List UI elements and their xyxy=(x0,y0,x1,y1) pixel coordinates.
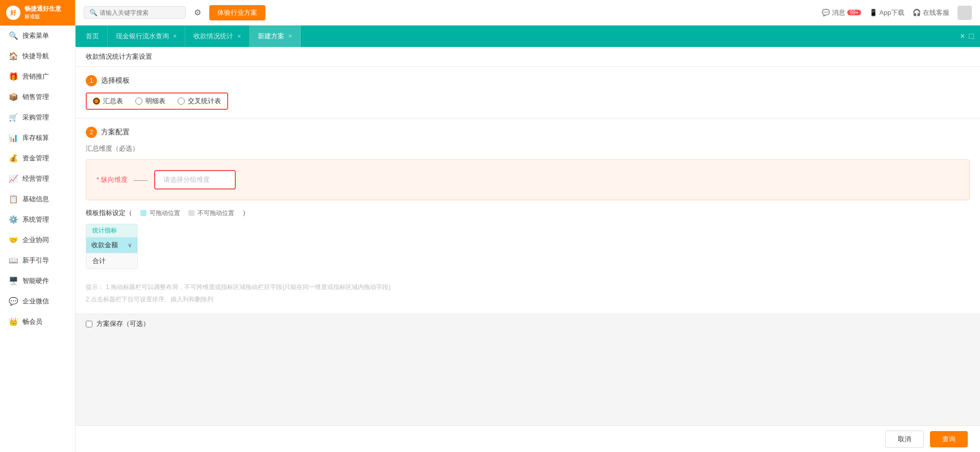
step2-header: 2 方案配置 xyxy=(86,127,970,138)
notification-item[interactable]: 💬 消息 99+ xyxy=(822,8,861,17)
tip-line-1: 提示： 1.拖动标题栏可以调整布局，不可跨维度或指标区域拖动栏目字段(只能在同一… xyxy=(86,281,970,293)
query-button[interactable]: 查询 xyxy=(930,431,968,447)
tips-section: 提示： 1.拖动标题栏可以调整布局，不可跨维度或指标区域拖动栏目字段(只能在同一… xyxy=(86,281,970,305)
member-icon: 👑 xyxy=(8,317,18,327)
draggable-color-swatch xyxy=(140,210,146,216)
step2-number: 2 xyxy=(86,127,97,138)
radio-cross-input[interactable] xyxy=(178,98,185,105)
radio-summary-input[interactable] xyxy=(93,98,100,105)
sidebar-label-enterprise: 企业协同 xyxy=(22,235,49,245)
sidebar-item-basic-info[interactable]: 📋 基础信息 xyxy=(0,189,75,209)
fixed-label: 不可拖动位置 xyxy=(198,209,234,218)
save-label: 方案保存（可选） xyxy=(96,319,150,328)
sidebar-label-sales: 销售管理 xyxy=(22,92,49,102)
sidebar: 好 畅捷通好生意 标准版 🔍 搜索菜单 🏠 快捷导航 🎁 营销推广 📦 销售管理… xyxy=(0,0,76,452)
template-radio-group: 汇总表 明细表 交叉统计表 xyxy=(86,92,228,110)
inventory-icon: 📊 xyxy=(8,133,18,143)
content-area: 收款情况统计方案设置 1 选择模板 汇总表 明细表 交叉统计表 xyxy=(76,47,980,452)
trial-button[interactable]: 体验行业方案 xyxy=(209,5,265,20)
radio-cross[interactable]: 交叉统计表 xyxy=(178,97,221,106)
sidebar-label-management: 经营管理 xyxy=(22,174,49,183)
gear-icon[interactable]: ⚙ xyxy=(194,8,201,17)
search-menu-icon: 🔍 xyxy=(8,31,18,41)
sidebar-item-sales[interactable]: 📦 销售管理 xyxy=(0,87,75,107)
sidebar-label-search: 搜索菜单 xyxy=(22,31,49,40)
logo-text-group: 畅捷通好生意 标准版 xyxy=(24,5,61,20)
sidebar-label-purchase: 采购管理 xyxy=(22,113,49,122)
tab-new-plan[interactable]: 新建方案 × xyxy=(250,26,301,47)
tab-receipt-stats-close[interactable]: × xyxy=(237,33,241,40)
cancel-button[interactable]: 取消 xyxy=(885,431,924,448)
step1-number: 1 xyxy=(86,75,97,86)
radio-detail[interactable]: 明细表 xyxy=(135,97,165,106)
sidebar-label-guide: 新手引导 xyxy=(22,256,49,265)
radio-detail-input[interactable] xyxy=(135,98,142,105)
logo-sub: 标准版 xyxy=(24,13,61,20)
indicators-section: 模板指标设定（ 可拖动位置 不可拖动位置 ） 统计指标 收款金额 xyxy=(86,208,970,271)
sidebar-item-finance[interactable]: 💰 资金管理 xyxy=(0,148,75,169)
search-box[interactable]: 🔍 xyxy=(84,6,186,19)
sidebar-item-purchase[interactable]: 🛒 采购管理 xyxy=(0,107,75,128)
sidebar-label-hardware: 智能硬件 xyxy=(22,276,49,286)
tab-home[interactable]: 首页 xyxy=(76,26,108,47)
sidebar-item-inventory[interactable]: 📊 库存核算 xyxy=(0,128,75,148)
dimension-area: * 纵向维度 —— 请选择分组维度 xyxy=(86,159,970,200)
tab-bank-flow[interactable]: 现金银行流水查询 × xyxy=(108,26,185,47)
sidebar-item-marketing[interactable]: 🎁 营销推广 xyxy=(0,66,75,87)
system-icon: ⚙️ xyxy=(8,215,18,225)
tip-text-2: 2.点击标题栏下拉可设置排序、插入列和删除列 xyxy=(86,293,213,305)
sidebar-item-hardware[interactable]: 🖥️ 智能硬件 xyxy=(0,271,75,291)
amount-chip-dropdown-icon[interactable]: ∨ xyxy=(128,242,132,249)
sidebar-item-search[interactable]: 🔍 搜索菜单 xyxy=(0,26,75,46)
notification-icon: 💬 xyxy=(822,9,830,16)
home-icon: 🏠 xyxy=(8,51,18,61)
sidebar-item-nav[interactable]: 🏠 快捷导航 xyxy=(0,46,75,66)
save-checkbox[interactable] xyxy=(86,321,92,327)
enterprise-icon: 🤝 xyxy=(8,235,18,245)
bottombar: 取消 查询 xyxy=(76,425,980,452)
fixed-legend: 不可拖动位置 xyxy=(188,209,234,218)
tab-bank-flow-close[interactable]: × xyxy=(173,33,177,40)
app-icon: 📱 xyxy=(869,9,877,16)
step2-section: 2 方案配置 汇总维度（必选） * 纵向维度 —— 请选择分组维度 模板指标设定… xyxy=(76,118,980,314)
draggable-legend: 可拖动位置 xyxy=(140,209,180,218)
tab-new-plan-close[interactable]: × xyxy=(288,33,292,40)
service-label: 在线客服 xyxy=(923,8,949,17)
app-download-item[interactable]: 📱 App下载 xyxy=(869,8,904,17)
sidebar-item-wechat[interactable]: 💬 企业微信 xyxy=(0,291,75,312)
sidebar-item-guide[interactable]: 📖 新手引导 xyxy=(0,250,75,271)
dimension-arrow: —— xyxy=(134,176,148,184)
sidebar-item-enterprise[interactable]: 🤝 企业协同 xyxy=(0,230,75,250)
sidebar-item-management[interactable]: 📈 经营管理 xyxy=(0,169,75,189)
topbar: 🔍 ⚙ 体验行业方案 💬 消息 99+ 📱 App下载 🎧 在线客服 xyxy=(76,0,980,26)
customer-service-item[interactable]: 🎧 在线客服 xyxy=(913,8,949,17)
guide-icon: 📖 xyxy=(8,255,18,266)
wechat-icon: 💬 xyxy=(8,296,18,306)
tip-line-2: 2.点击标题栏下拉可设置排序、插入列和删除列 xyxy=(86,293,970,305)
indicators-table: 统计指标 收款金额 ∨ 合计 xyxy=(86,224,138,269)
tab-new-plan-label: 新建方案 xyxy=(258,32,284,41)
sidebar-item-system[interactable]: ⚙️ 系统管理 xyxy=(0,209,75,230)
tip-text-1: 提示： 1.拖动标题栏可以调整布局，不可跨维度或指标区域拖动栏目字段(只能在同一… xyxy=(86,281,390,293)
sidebar-label-inventory: 库存核算 xyxy=(22,133,49,142)
step1-section: 1 选择模板 汇总表 明细表 交叉统计表 xyxy=(76,67,980,118)
user-avatar[interactable] xyxy=(958,6,972,20)
logo-name: 畅捷通好生意 xyxy=(24,5,61,13)
dimension-select-button[interactable]: 请选择分组维度 xyxy=(154,170,236,189)
search-icon: 🔍 xyxy=(89,9,97,16)
close-window-button[interactable]: × xyxy=(960,32,965,41)
amount-indicator-chip[interactable]: 收款金额 ∨ xyxy=(86,237,137,253)
maximize-window-button[interactable]: □ xyxy=(969,32,974,41)
logo-icon: 好 xyxy=(6,6,20,20)
app-label: App下载 xyxy=(879,8,904,17)
radio-summary[interactable]: 汇总表 xyxy=(93,97,123,106)
fixed-color-swatch xyxy=(188,210,194,216)
statistics-section-label: 统计指标 xyxy=(86,224,137,237)
search-input[interactable] xyxy=(100,9,180,16)
sidebar-item-member[interactable]: 👑 畅会员 xyxy=(0,312,75,332)
save-section: 方案保存（可选） xyxy=(76,314,980,334)
hardware-icon: 🖥️ xyxy=(8,276,18,286)
service-icon: 🎧 xyxy=(913,9,921,16)
tab-receipt-stats[interactable]: 收款情况统计 × xyxy=(185,26,250,47)
sidebar-label-basic-info: 基础信息 xyxy=(22,195,49,204)
